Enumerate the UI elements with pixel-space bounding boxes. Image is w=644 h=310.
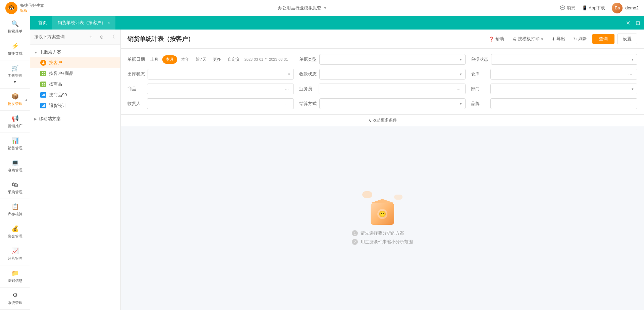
date-opt-thisyear[interactable]: 本年	[178, 55, 192, 64]
scheme-item-return-stats[interactable]: 退货统计	[30, 100, 120, 111]
department-select[interactable]: ▾	[490, 84, 637, 94]
tab-sales-stats[interactable]: 销货单统计表（按客户） ×	[52, 16, 115, 30]
page-title-bar: 销货单统计表（按客户） ❓ 帮助 🖨 按模板打印 ▾ ⬇	[121, 30, 644, 49]
app-logo-icon: 🐯	[5, 2, 17, 14]
collapse-icon: ∧	[368, 118, 371, 123]
date-opt-last7days[interactable]: 近7天	[193, 55, 209, 64]
scheme-settings-button[interactable]: ⊙	[98, 33, 106, 41]
left-panel: 按以下方案查询 ＋ ⊙ 《 ▼ 电脑端方案 按客户	[30, 30, 121, 310]
tab-close-icon[interactable]: ×	[108, 21, 110, 25]
svg-rect-12	[42, 106, 43, 107]
sidebar-item-quick-nav[interactable]: ⚡ 快捷导航	[0, 38, 30, 60]
collapse-panel-button[interactable]: 《	[108, 33, 116, 41]
sidebar-item-basic[interactable]: 📁 基础信息	[0, 265, 30, 288]
order-status-arrow: ▾	[632, 57, 634, 62]
sidebar-item-system[interactable]: ⚙ 系统管理	[0, 288, 30, 310]
desktop-group-header[interactable]: ▼ 电脑端方案	[30, 47, 120, 57]
sidebar-item-finance[interactable]: 💰 资金管理	[0, 221, 30, 243]
dropdown-icon[interactable]: ▾	[324, 5, 326, 10]
window-close-button[interactable]: ✕	[625, 18, 632, 28]
receiver-dots[interactable]: ···	[283, 101, 290, 106]
filter-department: 部门 ▾	[471, 84, 637, 94]
message-button[interactable]: 💬 消息	[560, 5, 575, 11]
tip-number-2: 2	[352, 239, 358, 245]
tab-bar: 首页 销货单统计表（按客户） × ✕ ⊡	[30, 16, 644, 30]
window-maximize-button[interactable]: ⊡	[634, 18, 641, 28]
brand-dots[interactable]: ···	[627, 101, 634, 106]
date-opt-lastmonth[interactable]: 上月	[148, 55, 161, 64]
goods-dots[interactable]: ···	[283, 86, 290, 92]
svg-rect-14	[44, 104, 45, 107]
sidebar-item-sales[interactable]: 📊 销售管理	[0, 133, 30, 155]
right-actions: ❓ 帮助 🖨 按模板打印 ▾ ⬇ 导出 ↻	[486, 34, 637, 44]
sidebar-item-ecommerce[interactable]: 💻 电商管理	[0, 155, 30, 177]
salesperson-select[interactable]: ···	[319, 84, 466, 94]
scheme-icon-goods-99	[40, 92, 46, 98]
sidebar-item-search-menu[interactable]: 🔍 搜索菜单	[0, 16, 30, 38]
retail-icon: 🛒	[11, 64, 19, 72]
receiver-select[interactable]: ···	[147, 98, 294, 109]
filter-goods: 商品 ···	[127, 84, 294, 94]
svg-rect-10	[43, 94, 44, 96]
app-download-button[interactable]: 📱 App下载	[582, 5, 605, 11]
filter-salesperson: 业务员 ···	[299, 84, 466, 94]
empty-tip-1: 1 请先选择要分析的方案	[352, 230, 413, 236]
query-button[interactable]: 查询	[592, 34, 614, 44]
payment-method-select[interactable]: ▾	[319, 98, 466, 109]
help-button[interactable]: ❓ 帮助	[486, 35, 507, 43]
brand-select[interactable]: ···	[490, 98, 637, 109]
cloud-left	[362, 191, 372, 198]
mobile-group-header[interactable]: ▶ 移动端方案	[30, 114, 120, 124]
settings-button[interactable]: 设置	[617, 34, 637, 44]
svg-rect-7	[42, 85, 43, 86]
operations-icon: 📈	[11, 247, 19, 255]
cloud-right	[394, 195, 402, 200]
svg-rect-1	[42, 72, 43, 73]
refresh-button[interactable]: ↻ 刷新	[571, 35, 590, 43]
print-icon: 🖨	[512, 37, 517, 42]
sidebar-item-wholesale[interactable]: 📦 批发管理	[0, 89, 30, 111]
salesperson-dots[interactable]: ···	[455, 86, 462, 92]
department-arrow: ▾	[632, 87, 634, 91]
empty-tips: 1 请先选择要分析的方案 2 用过滤条件来缩小分析范围	[352, 230, 413, 245]
collapse-bar[interactable]: ∧ 收起更多条件	[121, 115, 644, 126]
sidebar-item-retail[interactable]: 🛒 零售管理	[0, 60, 30, 89]
date-opt-thismonth[interactable]: 本月	[162, 55, 177, 64]
right-panel: 销货单统计表（按客户） ❓ 帮助 🖨 按模板打印 ▾ ⬇	[121, 30, 644, 310]
date-opt-custom[interactable]: 自定义	[225, 55, 243, 64]
main-container: 🔍 搜索菜单 ⚡ 快捷导航 🛒 零售管理 📦 批发管理 📢 营销推广 📊 销售管…	[0, 16, 644, 310]
sidebar-item-inventory[interactable]: 📋 库存核算	[0, 199, 30, 221]
export-button[interactable]: ⬇ 导出	[549, 35, 568, 43]
svg-rect-5	[42, 83, 43, 84]
date-filter: 上月 本月 本年 近7天 更多 自定义 2023-03-01 至 2023-03…	[148, 55, 294, 64]
order-type-select[interactable]: ▾	[319, 54, 466, 65]
page-title: 销货单统计表（按客户）	[127, 35, 194, 43]
scheme-item-by-customer[interactable]: 按客户	[30, 57, 120, 68]
stock-status-select[interactable]: ▾	[148, 69, 294, 80]
payment-status-select[interactable]: ▾	[319, 69, 466, 80]
scheme-item-by-customer-goods[interactable]: 按客户+商品	[30, 68, 120, 79]
template-print-button[interactable]: 🖨 按模板打印 ▾	[509, 35, 546, 43]
sidebar-item-purchase[interactable]: 🛍 采购管理	[0, 177, 30, 199]
warehouse-dots[interactable]: ···	[627, 71, 634, 77]
goods-select[interactable]: ···	[147, 84, 294, 94]
scheme-item-by-goods[interactable]: 按商品	[30, 79, 120, 90]
filter-row-2: 出库状态 ▾ 收款状态 ▾	[127, 69, 637, 80]
filter-warehouse: 仓库 ···	[471, 69, 637, 80]
sidebar-item-operations[interactable]: 📈 经营管理	[0, 243, 30, 265]
warehouse-select[interactable]: ···	[490, 69, 637, 80]
scheme-item-by-goods-99[interactable]: 按商品99	[30, 90, 120, 100]
industry-selector[interactable]: 办公用品行业模拟账套 ▾	[278, 5, 326, 11]
filter-row-1: 单据日期 上月 本月 本年 近7天 更多 自定义 20	[127, 54, 637, 65]
ecommerce-icon: 💻	[11, 159, 19, 166]
tab-home[interactable]: 首页	[33, 16, 52, 30]
scheme-icon-return	[40, 103, 46, 108]
quick-nav-icon: ⚡	[11, 42, 19, 50]
add-scheme-button[interactable]: ＋	[87, 33, 95, 41]
filter-brand: 品牌 ···	[471, 98, 637, 109]
user-area[interactable]: Ea demo2	[612, 3, 639, 13]
svg-rect-13	[43, 105, 44, 107]
date-opt-more[interactable]: 更多	[210, 55, 224, 64]
order-status-select[interactable]: ▾	[491, 54, 637, 65]
sidebar-item-marketing[interactable]: 📢 营销推广	[0, 111, 30, 133]
